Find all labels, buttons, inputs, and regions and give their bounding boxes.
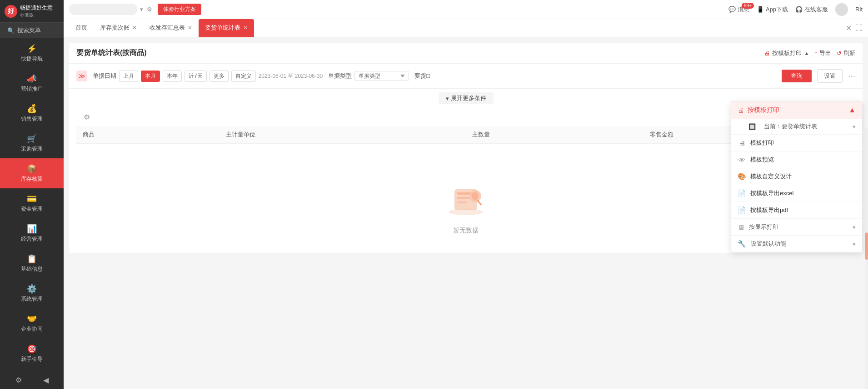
dropdown-template-print[interactable]: 🖨 模板打印: [731, 135, 862, 152]
app-name: 畅捷通好生意: [20, 5, 53, 12]
search-label: 搜索菜单: [17, 26, 41, 35]
th-product: 商品: [76, 126, 219, 144]
date-btn-this-month[interactable]: 本月: [141, 71, 160, 82]
template-design-icon: 🎨: [738, 172, 746, 181]
user-avatar[interactable]: [835, 3, 848, 16]
dropdown-current-template[interactable]: 🔲 当前：要货单统计表 ▾: [731, 119, 862, 135]
th-unit: 主计量单位: [219, 126, 466, 144]
dropdown-display-print[interactable]: 🖥 按显示打印 ▾: [731, 219, 862, 236]
date-btn-this-year[interactable]: 本年: [163, 71, 182, 82]
export-excel-icon: 📄: [738, 189, 746, 197]
header: ▾ ⚙ 体验行业方案 💬 消息 99+ 📱 App下载 🎧 在线客服 Rit: [64, 0, 868, 19]
basic-label: 基础信息: [21, 265, 43, 273]
dropdown-template-design[interactable]: 🎨 模板自定义设计: [731, 168, 862, 185]
tab-order-stats[interactable]: 要货单统计表 ✕: [199, 19, 254, 37]
default-settings-icon: 🔧: [738, 240, 746, 248]
sidebar-item-inventory[interactable]: 📦 库存核算: [0, 158, 64, 188]
header-right: 💬 消息 99+ 📱 App下载 🎧 在线客服 Rit: [728, 3, 863, 16]
empty-state-icon: [443, 180, 489, 221]
sidebar-item-purchase[interactable]: 🛒 采购管理: [0, 128, 64, 158]
export-btn[interactable]: ↑ 导出: [815, 49, 832, 57]
sidebar-item-system[interactable]: ⚙️ 系统管理: [0, 278, 64, 308]
basic-icon: 📋: [27, 254, 37, 264]
settings-filter-btn[interactable]: 设置: [817, 69, 843, 83]
date-btn-custom[interactable]: 自定义: [231, 71, 256, 82]
print-label: 按模板打印: [772, 49, 802, 57]
date-range-text: 2023-06-01 至 2023-06-30: [259, 72, 323, 80]
print-btn[interactable]: 🖨 按模板打印 ▲: [764, 49, 809, 57]
finance-icon: 💳: [27, 194, 37, 204]
template-preview-icon: 👁: [738, 156, 746, 164]
dropdown-export-pdf[interactable]: 📄 按模板导出pdf: [731, 202, 862, 219]
content-area: 要货单统计表(按商品) 🖨 按模板打印 ▲ ↑ 导出 ↺ 刷新: [64, 37, 868, 389]
filter-expand-btn[interactable]: ≫: [76, 71, 87, 81]
sidebar-item-marketing[interactable]: 📣 营销推广: [0, 68, 64, 98]
refresh-label: 刷新: [843, 49, 855, 57]
app-download-btn[interactable]: 📱 App下载: [757, 5, 788, 14]
expand-more-btn[interactable]: ▾ 展开更多条件: [439, 92, 494, 104]
enterprise-label: 企业协同: [21, 325, 43, 333]
date-btn-more[interactable]: 更多: [210, 71, 229, 82]
app-logo: 好 畅捷通好生意 标准版: [0, 0, 64, 23]
type-filter-select[interactable]: 单据类型: [354, 71, 409, 81]
dropdown-export-excel[interactable]: 📄 按模板导出excel: [731, 185, 862, 202]
template-print-icon: 🖨: [738, 139, 746, 147]
goods-type-label: 要货□: [414, 72, 430, 80]
header-gear-btn[interactable]: ⚙: [147, 6, 152, 13]
header-dropdown-btn[interactable]: ▾: [140, 6, 143, 13]
sidebar-search[interactable]: 🔍 搜索菜单: [0, 23, 64, 38]
tab-order-stats-close[interactable]: ✕: [243, 25, 248, 31]
sidebar-item-basic[interactable]: 📋 基础信息: [0, 248, 64, 278]
default-settings-label: 设置默认功能: [751, 240, 786, 248]
tab-collection-summary[interactable]: 收发存汇总表 ✕: [143, 19, 199, 37]
sidebar-settings-btn[interactable]: ⚙: [15, 376, 22, 384]
export-excel-label: 按模板导出excel: [750, 189, 793, 197]
current-template-chevron: ▾: [853, 123, 856, 130]
export-pdf-label: 按模板导出pdf: [750, 206, 788, 214]
tab-home[interactable]: 首页: [69, 19, 94, 37]
dropdown-header[interactable]: 🖨 按模板打印 ▲: [731, 101, 862, 119]
refresh-btn[interactable]: ↺ 刷新: [837, 49, 855, 57]
sidebar-item-operations[interactable]: 📊 经营管理: [0, 218, 64, 248]
tab-collection-summary-label: 收发存汇总表: [150, 24, 185, 32]
sidebar-item-enterprise[interactable]: 🤝 企业协同: [0, 308, 64, 338]
online-service-btn[interactable]: 🎧 在线客服: [795, 5, 828, 14]
inventory-label: 库存核算: [21, 175, 43, 183]
query-btn[interactable]: 查询: [782, 70, 812, 82]
trial-btn[interactable]: 体验行业方案: [158, 4, 201, 15]
tab-collection-summary-close[interactable]: ✕: [188, 25, 192, 31]
sidebar: 好 畅捷通好生意 标准版 🔍 搜索菜单 ⚡ 快捷导航 📣 营销推广 💰 销售管理…: [0, 0, 64, 389]
dropdown-collapse-btn[interactable]: ▲: [848, 106, 856, 114]
quick-nav-icon: ⚡: [27, 44, 37, 54]
tab-close-all-btn[interactable]: ✕: [846, 24, 852, 32]
purchase-label: 采购管理: [21, 145, 43, 153]
message-btn[interactable]: 💬 消息 99+: [728, 5, 749, 14]
tab-batch-account-close[interactable]: ✕: [132, 25, 137, 31]
th-quantity: 主数量: [466, 126, 644, 144]
purchase-icon: 🛒: [27, 134, 37, 144]
empty-text: 暂无数据: [453, 227, 479, 235]
column-settings-btn[interactable]: ⚙: [84, 113, 90, 121]
dropdown-template-preview[interactable]: 👁 模板预览: [731, 152, 862, 168]
filter-more-btn[interactable]: ⋯: [848, 72, 855, 81]
sidebar-item-sales[interactable]: 💰 销售管理: [0, 98, 64, 128]
sidebar-item-appstore[interactable]: 🏪 应用中心: [0, 369, 64, 371]
date-btn-last-month[interactable]: 上月: [119, 71, 138, 82]
date-btn-7days[interactable]: 近7天: [185, 71, 207, 82]
sidebar-item-quick-nav[interactable]: ⚡ 快捷导航: [0, 38, 64, 68]
sidebar-item-finance[interactable]: 💳 资金管理: [0, 188, 64, 218]
export-pdf-icon: 📄: [738, 206, 746, 214]
dropdown-default-settings[interactable]: 🔧 设置默认功能 ▾: [731, 236, 862, 252]
display-print-chevron: ▾: [853, 224, 856, 231]
sidebar-item-guide[interactable]: 🎯 新手引导: [0, 338, 64, 369]
quick-nav-label: 快捷导航: [21, 55, 43, 63]
message-badge: 99+: [742, 3, 754, 9]
marketing-icon: 📣: [27, 74, 37, 84]
tab-maximize-btn[interactable]: ⛶: [855, 24, 863, 32]
svg-rect-4: [457, 202, 467, 203]
tab-batch-account[interactable]: 库存批次账 ✕: [94, 19, 143, 37]
sidebar-collapse-btn[interactable]: ◀: [43, 376, 49, 384]
header-search-box: [69, 4, 137, 15]
print-dropdown-chevron[interactable]: ▲: [804, 51, 809, 56]
right-scrollbar[interactable]: [865, 128, 868, 389]
